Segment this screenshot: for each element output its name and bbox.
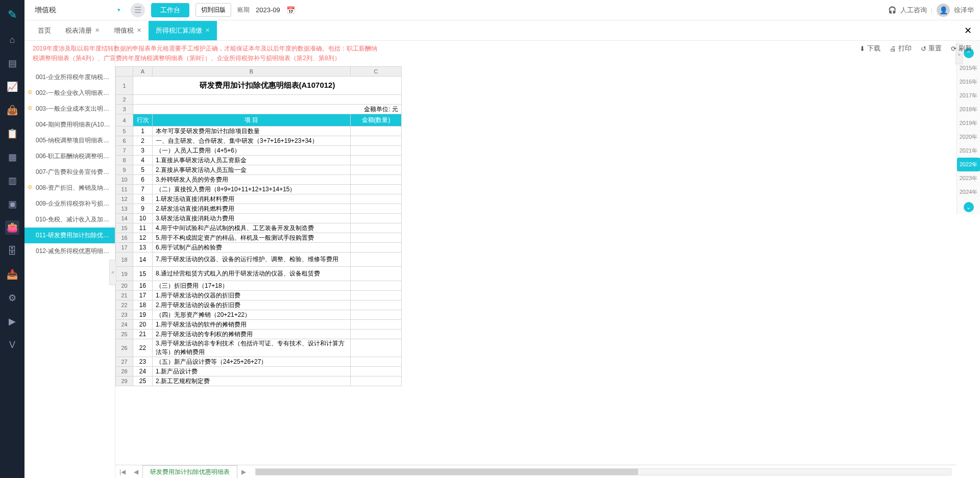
year-rail: ⌃ 2015年2016年2017年2018年2019年2020年2021年202… <box>957 41 980 214</box>
row-num: 6 <box>133 175 153 185</box>
row-item: （一）人员人工费用（4+5+6） <box>153 146 351 156</box>
tab-1[interactable]: 税表清册✕ <box>58 21 107 40</box>
nav-chart-icon[interactable]: 📈 <box>5 80 19 94</box>
nav-form-icon[interactable]: ▦ <box>5 150 19 164</box>
form-item-6[interactable]: 007-广告费和业务宣传费跨... <box>24 164 115 180</box>
amount-cell[interactable] <box>351 185 402 194</box>
switch-old-button[interactable]: 切到旧版 <box>195 3 231 17</box>
nav-grid-icon[interactable]: ▥ <box>5 173 19 188</box>
amount-cell[interactable] <box>351 253 402 267</box>
nav-archive-icon[interactable]: 🗄 <box>5 244 19 258</box>
year-2020年[interactable]: 2020年 <box>957 130 980 144</box>
amount-cell[interactable] <box>351 320 402 330</box>
amount-cell[interactable] <box>351 136 402 146</box>
amount-cell[interactable] <box>351 223 402 233</box>
amount-cell[interactable] <box>351 165 402 175</box>
nav-calendar-icon[interactable]: ▣ <box>5 197 19 211</box>
tab-bar: 首页税表清册✕增值税✕所得税汇算清缴✕ ✕ <box>24 20 980 41</box>
amount-cell[interactable] <box>351 194 402 204</box>
year-down-icon[interactable]: ⌄ <box>964 202 974 212</box>
tab-close-icon[interactable]: ✕ <box>95 27 100 34</box>
nav-v-icon[interactable]: V <box>5 338 19 352</box>
tab-2[interactable]: 增值税✕ <box>107 21 149 40</box>
nav-tax-icon[interactable]: 👛 <box>5 220 19 235</box>
row-item: （三）折旧费用（17+18） <box>153 281 351 291</box>
tab-close-icon[interactable]: ✕ <box>137 27 141 34</box>
amount-cell[interactable] <box>351 243 402 253</box>
amount-cell[interactable] <box>351 330 402 339</box>
spreadsheet-grid[interactable]: ABC1研发费用加计扣除优惠明细表(A107012)23金额单位: 元4行次项 … <box>115 66 957 465</box>
form-item-11[interactable]: 012-减免所得税优惠明细表(... <box>24 243 115 259</box>
nav-doc-icon[interactable]: ▤ <box>5 56 19 70</box>
amount-cell[interactable] <box>351 310 402 320</box>
amount-cell[interactable] <box>351 357 402 367</box>
amount-cell[interactable] <box>351 281 402 291</box>
amount-cell[interactable] <box>351 175 402 185</box>
close-all-tabs[interactable]: ✕ <box>962 23 974 38</box>
tab-close-icon[interactable]: ✕ <box>205 27 210 34</box>
amount-cell[interactable] <box>351 291 402 300</box>
year-2021年[interactable]: 2021年 <box>957 144 980 158</box>
form-item-7[interactable]: 008-资产折旧、摊销及纳税... <box>24 180 115 196</box>
sheet-next-icon[interactable]: ▶ <box>237 468 250 475</box>
print-button[interactable]: 🖨打印 <box>890 44 912 53</box>
nav-clipboard-icon[interactable]: 📋 <box>5 127 19 141</box>
amount-cell[interactable] <box>351 127 402 136</box>
nav-inbox-icon[interactable]: 📥 <box>5 267 19 282</box>
form-item-5[interactable]: 006-职工薪酬纳税调整明细... <box>24 148 115 164</box>
amount-cell[interactable] <box>351 156 402 165</box>
tab-3[interactable]: 所得税汇算清缴✕ <box>149 21 217 40</box>
form-item-2[interactable]: 003-一般企业成本支出明细... <box>24 101 115 117</box>
consult-link[interactable]: 人工咨询 <box>900 6 927 15</box>
tax-type-select[interactable]: 增值税 ▾ <box>31 4 125 17</box>
sheet-first-icon[interactable]: |◀ <box>115 468 130 475</box>
year-2018年[interactable]: 2018年 <box>957 103 980 116</box>
amount-cell[interactable] <box>351 339 402 357</box>
username[interactable]: 徐泽华 <box>954 6 974 15</box>
tab-0[interactable]: 首页 <box>31 21 58 40</box>
amount-cell[interactable] <box>351 214 402 223</box>
workbench-button[interactable]: 工作台 <box>151 3 189 17</box>
year-2022年[interactable]: 2022年 <box>957 158 980 171</box>
year-2019年[interactable]: 2019年 <box>957 116 980 130</box>
horizontal-scrollbar[interactable] <box>255 468 951 475</box>
sheet-tab[interactable]: 研发费用加计扣除优惠明细表 <box>142 465 237 479</box>
amount-cell[interactable] <box>351 204 402 214</box>
form-item-9[interactable]: 010-免税、减计收入及加计... <box>24 212 115 228</box>
period-value[interactable]: 2023-09 <box>256 6 280 14</box>
form-item-10[interactable]: 011-研发费用加计扣除优惠... <box>24 228 115 243</box>
row-num: 4 <box>133 156 153 165</box>
amount-cell[interactable] <box>351 300 402 310</box>
row-num: 19 <box>133 310 153 320</box>
amount-cell[interactable] <box>351 267 402 281</box>
collapse-left-handle[interactable]: « <box>109 260 116 285</box>
sheet-prev-icon[interactable]: ◀ <box>130 468 142 475</box>
calendar-icon[interactable]: 📅 <box>286 6 295 14</box>
nav-bag-icon[interactable]: 👜 <box>5 103 19 117</box>
amount-cell[interactable] <box>351 376 402 386</box>
amount-cell[interactable] <box>351 367 402 376</box>
year-2017年[interactable]: 2017年 <box>957 89 980 103</box>
row-item: 8.通过经营租赁方式租入的用于研发活动的仪器、设备租赁费 <box>153 267 351 281</box>
reset-button[interactable]: ↺重置 <box>921 44 942 53</box>
row-num: 13 <box>133 243 153 253</box>
nav-settings-icon[interactable]: ⚙ <box>5 291 19 305</box>
form-item-0[interactable]: 001-企业所得税年度纳税申... <box>24 69 115 85</box>
row-num: 24 <box>133 367 153 376</box>
user-avatar[interactable]: 👤 <box>937 4 950 17</box>
refresh-button[interactable]: ⟳刷新 <box>951 44 972 53</box>
download-button[interactable]: ⬇下载 <box>860 44 880 53</box>
form-item-3[interactable]: 004-期间费用明细表(A1040... <box>24 117 115 133</box>
nav-video-icon[interactable]: ▶ <box>5 314 19 329</box>
form-item-4[interactable]: 005-纳税调整项目明细表(A1... <box>24 133 115 148</box>
year-2024年[interactable]: 2024年 <box>957 185 980 199</box>
year-2016年[interactable]: 2016年 <box>957 75 980 89</box>
year-2023年[interactable]: 2023年 <box>957 171 980 185</box>
form-item-8[interactable]: 009-企业所得税弥补亏损明... <box>24 196 115 212</box>
form-item-1[interactable]: 002-一般企业收入明细表(A... <box>24 85 115 101</box>
menu-button[interactable]: ☰ <box>131 3 145 17</box>
amount-cell[interactable] <box>351 233 402 243</box>
amount-cell[interactable] <box>351 146 402 156</box>
nav-home-icon[interactable]: ⌂ <box>5 33 19 47</box>
row-num: 23 <box>133 357 153 367</box>
